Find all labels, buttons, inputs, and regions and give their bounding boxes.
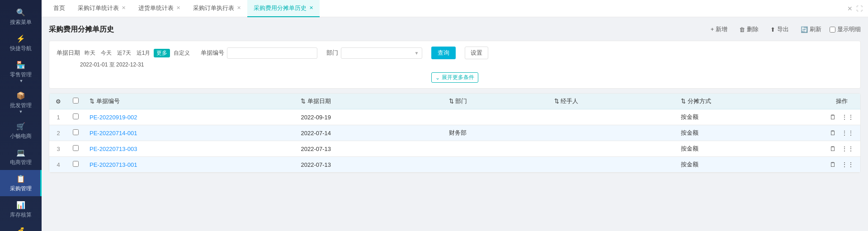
th-checkbox[interactable] xyxy=(67,94,84,109)
date-range-display: 2022-01-01 至 2022-12-31 xyxy=(80,61,144,68)
sidebar-item-retail[interactable]: 🏪 零售管理 ▼ xyxy=(0,56,42,87)
sidebar: 🔍 搜索菜单 ⚡ 快捷导航 🏪 零售管理 ▼ 📦 批发管理 ▼ 🛒 小畅电商 💻… xyxy=(0,0,42,231)
tab-purchase-order-stats[interactable]: 采购订单统计表 ✕ xyxy=(71,0,132,17)
table-header-row: ⚙ ⇅ 单据编号 ⇅ 单据日期 xyxy=(49,94,860,109)
row-split-method: 按金额 xyxy=(675,125,823,141)
th-doc-date: ⇅ 单据日期 xyxy=(295,94,443,109)
sidebar-item-ecom[interactable]: 💻 电商管理 xyxy=(0,144,42,170)
shortcut-yesterday[interactable]: 昨天 xyxy=(83,49,97,57)
view-icon-btn[interactable]: 🗒 xyxy=(829,144,837,153)
close-icon[interactable]: ✕ xyxy=(309,5,313,11)
row-handler xyxy=(549,157,675,173)
tab-inbound-stats[interactable]: 进货单统计表 ✕ xyxy=(132,0,187,17)
query-button[interactable]: 查询 xyxy=(431,47,456,59)
more-icon-btn[interactable]: ⋮⋮ xyxy=(840,160,855,169)
row-doc-date: 2022-09-19 xyxy=(295,109,443,125)
sidebar-item-label: 电商管理 xyxy=(10,159,32,166)
settings-button[interactable]: 设置 xyxy=(465,47,488,59)
purchase-icon: 📋 xyxy=(16,174,25,183)
view-icon-btn[interactable]: 🗒 xyxy=(829,160,837,169)
filter-row-1: 单据日期 昨天 今天 近7天 近1月 更多 自定义 单据编号 xyxy=(57,47,853,59)
row-checkbox[interactable] xyxy=(73,129,79,135)
doc-no-link[interactable]: PE-20220713-001 xyxy=(90,161,137,168)
more-icon-btn[interactable]: ⋮⋮ xyxy=(840,128,855,137)
doc-no-link[interactable]: PE-20220714-001 xyxy=(90,130,137,137)
doc-no-link[interactable]: PE-20220713-003 xyxy=(90,146,137,152)
th-split-method: ⇅ 分摊方式 xyxy=(675,94,823,109)
tab-label: 采购订单执行表 xyxy=(193,4,234,12)
row-actions: 🗒 ⋮⋮ xyxy=(823,141,860,157)
close-icon[interactable]: ✕ xyxy=(122,5,126,11)
sidebar-item-label: 零售管理 xyxy=(10,71,32,79)
show-cols-checkbox[interactable]: 显示明细 xyxy=(830,25,861,33)
export-button[interactable]: ⬆ 导出 xyxy=(767,24,793,35)
view-icon-btn[interactable]: 🗒 xyxy=(829,128,837,137)
more-icon-btn[interactable]: ⋮⋮ xyxy=(840,113,855,122)
tab-purchase-exec[interactable]: 采购订单执行表 ✕ xyxy=(187,0,247,17)
active-bar xyxy=(40,170,42,196)
tab-purchase-fee-history[interactable]: 采购费用分摊单历史 ✕ xyxy=(247,0,320,17)
select-all-checkbox[interactable] xyxy=(73,98,79,104)
row-handler xyxy=(549,125,675,141)
row-checkbox[interactable] xyxy=(73,113,79,119)
ecom-icon: 💻 xyxy=(16,148,25,157)
expand-row: ⌄ 展开更多条件 xyxy=(57,72,853,83)
close-icon[interactable]: ✕ xyxy=(176,5,180,11)
sidebar-item-search[interactable]: 🔍 搜索菜单 xyxy=(0,4,42,30)
doc-no-link[interactable]: PE-20220919-002 xyxy=(90,114,137,121)
date-filter-group: 单据日期 昨天 今天 近7天 近1月 更多 自定义 xyxy=(57,49,192,57)
refresh-icon: 🔄 xyxy=(801,26,808,33)
table-container: ⚙ ⇅ 单据编号 ⇅ 单据日期 xyxy=(49,93,861,173)
main-area: 首页 采购订单统计表 ✕ 进货单统计表 ✕ 采购订单执行表 ✕ 采购费用分摊单历… xyxy=(42,0,868,231)
shortcut-7days[interactable]: 近7天 xyxy=(115,49,133,57)
sidebar-item-quicknav[interactable]: ⚡ 快捷导航 xyxy=(0,30,42,56)
refresh-button[interactable]: 🔄 刷新 xyxy=(797,24,825,35)
sort-icon: ⇅ xyxy=(554,98,559,104)
data-table: ⚙ ⇅ 单据编号 ⇅ 单据日期 xyxy=(49,94,860,173)
row-checkbox[interactable] xyxy=(73,161,79,167)
delete-icon: 🗑 xyxy=(739,26,745,33)
row-checkbox-cell xyxy=(67,157,84,173)
search-menu-icon: 🔍 xyxy=(16,8,25,17)
view-icon-btn[interactable]: 🗒 xyxy=(829,113,837,122)
tab-home[interactable]: 首页 xyxy=(47,0,71,17)
row-handler xyxy=(549,141,675,157)
close-icon[interactable]: ✕ xyxy=(237,5,241,11)
row-doc-date: 2022-07-13 xyxy=(295,141,443,157)
tab-label: 采购费用分摊单历史 xyxy=(254,4,307,12)
shortcut-custom[interactable]: 自定义 xyxy=(172,49,192,57)
shortcut-1month[interactable]: 近1月 xyxy=(135,49,152,57)
shortcut-today[interactable]: 今天 xyxy=(99,49,113,57)
shortcut-more[interactable]: 更多 xyxy=(154,49,170,57)
export-icon: ⬆ xyxy=(770,26,775,33)
gear-icon[interactable]: ⚙ xyxy=(56,98,61,105)
dept-select[interactable] xyxy=(341,47,422,59)
sidebar-item-finance[interactable]: 💰 资金管理 xyxy=(0,222,42,231)
dept-select-wrapper: ▼ xyxy=(341,47,422,59)
row-doc-no: PE-20220713-001 xyxy=(84,157,295,173)
chevron-down-icon: ⌄ xyxy=(435,75,440,81)
th-gear[interactable]: ⚙ xyxy=(49,94,67,109)
docno-input[interactable] xyxy=(227,47,317,59)
sidebar-item-purchase[interactable]: 📋 采购管理 xyxy=(0,170,42,196)
delete-button[interactable]: 🗑 删除 xyxy=(736,24,762,35)
sidebar-item-label: 小畅电商 xyxy=(10,132,32,140)
row-doc-date: 2022-07-13 xyxy=(295,157,443,173)
more-icon-btn[interactable]: ⋮⋮ xyxy=(840,144,855,153)
tab-maximize-icon[interactable]: ⛶ xyxy=(856,5,863,12)
expand-conditions-button[interactable]: ⌄ 展开更多条件 xyxy=(431,72,478,83)
sidebar-item-inventory[interactable]: 📊 库存核算 xyxy=(0,196,42,222)
show-cols-input[interactable] xyxy=(830,27,835,33)
sort-icon: ⇅ xyxy=(90,98,94,104)
ecom-small-icon: 🛒 xyxy=(16,122,25,131)
tab-close-all-icon[interactable]: ✕ xyxy=(847,5,853,12)
row-checkbox[interactable] xyxy=(73,145,79,151)
row-dept xyxy=(443,157,549,173)
dept-filter-group: 部门 ▼ xyxy=(326,47,422,59)
add-button[interactable]: + 新增 xyxy=(707,24,731,35)
sidebar-item-ecom-small[interactable]: 🛒 小畅电商 xyxy=(0,118,42,144)
date-label: 单据日期 xyxy=(57,49,80,57)
docno-label: 单据编号 xyxy=(201,49,224,57)
row-doc-no: PE-20220919-002 xyxy=(84,109,295,125)
sidebar-item-wholesale[interactable]: 📦 批发管理 ▼ xyxy=(0,87,42,118)
